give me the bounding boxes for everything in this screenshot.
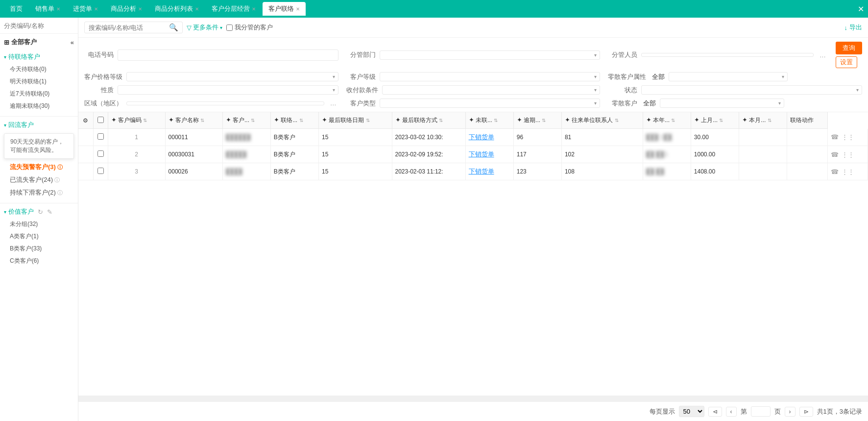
tab-analysis-close[interactable]: ✕ <box>138 6 142 12</box>
sort-icon-code: ⇅ <box>143 118 147 123</box>
sidebar-item-7days[interactable]: 近7天待联络(0) <box>0 88 78 100</box>
row-this-year: 30.00 <box>691 129 739 146</box>
filter-zero-attr-select[interactable]: ▾ <box>669 72 787 81</box>
col-name[interactable]: ✦ 客户名称 ⇅ <box>165 112 222 129</box>
filter-icon: ▽ <box>187 24 192 31</box>
sidebar-item-churn-warning[interactable]: 流失预警客户(3) ⓘ <box>0 161 78 173</box>
filter-person-select[interactable] <box>641 53 814 57</box>
action-more-icon[interactable]: ⋮⋮ <box>842 168 854 175</box>
tab-customer-contact-close[interactable]: ✕ <box>296 6 300 12</box>
refresh-icon[interactable]: ↻ <box>38 208 43 216</box>
chevron-down-icon-zero-attr: ▾ <box>782 74 784 79</box>
col-last-method[interactable]: ✦ 最后联络方式 ⇅ <box>392 112 465 129</box>
col-settings[interactable]: ⚙ <box>78 112 93 129</box>
select-all-checkbox[interactable] <box>97 117 104 123</box>
row-checkbox-cell <box>93 129 108 146</box>
tab-customer-tier[interactable]: 客户分层经营 ✕ <box>206 2 262 16</box>
action-phone-icon[interactable]: ☎ <box>831 133 839 141</box>
row-checkbox-0[interactable] <box>97 133 104 140</box>
sidebar-root[interactable]: ⊞ 全部客户 « <box>0 34 78 50</box>
search-icon-btn[interactable]: 🔍 <box>169 23 178 32</box>
tab-analysis-list[interactable]: 商品分析列表 ✕ <box>149 2 205 16</box>
per-page-select[interactable]: 50 100 200 <box>679 406 704 417</box>
row-num: 3 <box>108 163 165 180</box>
sidebar-item-declining[interactable]: 持续下滑客户(2) ⓘ <box>0 186 78 199</box>
col-last-date[interactable]: ✦ 最后联络日期 ⇅ <box>319 112 392 129</box>
page-first-btn[interactable]: ⊲ <box>708 407 722 417</box>
sidebar-item-ungroup[interactable]: 未分组(32) <box>0 218 78 230</box>
sidebar-group-value-title[interactable]: ▾ 价值客户 ↻ ✎ <box>0 205 78 218</box>
col-contact-count[interactable]: ✦ 联络... ⇅ <box>270 112 318 129</box>
tab-analysis[interactable]: 商品分析 ✕ <box>105 2 148 16</box>
tab-sales-close[interactable]: ✕ <box>56 6 60 12</box>
horizontal-scrollbar[interactable] <box>78 396 868 401</box>
row-last-method[interactable]: 下销货单 <box>465 129 513 146</box>
tab-sales[interactable]: 销售单 ✕ <box>29 2 66 16</box>
row-checkbox-2[interactable] <box>97 168 104 174</box>
tab-home[interactable]: 首页 <box>4 4 28 13</box>
chevron-down-icon-dept: ▾ <box>594 52 597 58</box>
sidebar-item-class-a[interactable]: A类客户(1) <box>0 230 78 243</box>
window-close-button[interactable]: ✕ <box>858 4 864 14</box>
row-checkbox-1[interactable] <box>97 150 104 157</box>
action-phone-icon[interactable]: ☎ <box>831 168 839 175</box>
filter-more-region[interactable]: … <box>328 99 338 107</box>
filter-customer-type-select[interactable]: ▾ <box>380 99 601 108</box>
sidebar-collapse-icon[interactable]: « <box>71 39 74 46</box>
row-name: ██████ <box>222 129 270 146</box>
sidebar-item-class-b[interactable]: B类客户(33) <box>0 243 78 255</box>
settings-button[interactable]: 设置 <box>836 56 857 68</box>
col-type[interactable]: ✦ 客户... ⇅ <box>222 112 270 129</box>
col-last-month[interactable]: ✦ 上月... ⇅ <box>691 112 739 129</box>
query-button[interactable]: 查询 <box>836 42 862 54</box>
sidebar-item-churned[interactable]: 已流失客户(24) ⓘ <box>0 173 78 186</box>
sidebar-item-tomorrow[interactable]: 明天待联络(1) <box>0 75 78 88</box>
col-this-month[interactable]: ✦ 本月... ⇅ <box>739 112 787 129</box>
row-last-method[interactable]: 下销货单 <box>465 146 513 163</box>
sidebar-group-churn-title[interactable]: ▾ 回流客户 <box>0 119 78 131</box>
filter-region-select[interactable] <box>126 101 324 105</box>
sidebar-item-overdue[interactable]: 逾期未联络(30) <box>0 100 78 112</box>
export-button[interactable]: ↓ 导出 <box>844 23 863 32</box>
col-this-year[interactable]: ✦ 本年... ⇅ <box>643 112 691 129</box>
chevron-down-icon-zcustomer: ▾ <box>778 100 781 106</box>
sidebar-group-pending-title[interactable]: ▾ 待联络客户 <box>0 50 78 63</box>
page-label: 第 <box>741 407 747 416</box>
tab-analysis-list-close[interactable]: ✕ <box>195 6 199 12</box>
tab-customer-contact[interactable]: 客户联络 ✕ <box>263 2 306 16</box>
sort-icon-tm: ⇅ <box>768 118 772 123</box>
filter-customer-level-select[interactable]: ▾ <box>380 72 601 81</box>
sidebar-item-class-c[interactable]: C类客户(6) <box>0 255 78 267</box>
row-settings-icon <box>78 163 93 180</box>
col-overdue[interactable]: ✦ 逾期... ⇅ <box>513 112 561 129</box>
row-last-method[interactable]: 下销货单 <box>465 163 513 180</box>
search-input[interactable] <box>89 24 167 31</box>
col-code[interactable]: ✦ 客户编码 ⇅ <box>108 112 165 129</box>
action-phone-icon[interactable]: ☎ <box>831 151 839 158</box>
filter-dept-select[interactable]: ▾ <box>380 50 601 60</box>
tab-purchase-close[interactable]: ✕ <box>94 6 98 12</box>
edit-icon[interactable]: ✎ <box>47 208 52 216</box>
action-more-icon[interactable]: ⋮⋮ <box>842 133 854 141</box>
filter-nature-select[interactable]: ▾ <box>118 85 338 95</box>
sidebar-search-input[interactable] <box>4 22 78 29</box>
filter-more-btn[interactable]: ▽ 更多条件 ▾ <box>187 23 222 32</box>
col-not-contact[interactable]: ✦ 未联... ⇅ <box>465 112 513 129</box>
row-last-month <box>739 129 787 146</box>
tab-customer-tier-close[interactable]: ✕ <box>252 6 256 12</box>
tab-purchase[interactable]: 进货单 ✕ <box>67 2 104 16</box>
page-input[interactable]: 1 <box>751 406 771 417</box>
page-prev-btn[interactable]: ‹ <box>726 407 737 417</box>
page-next-btn[interactable]: › <box>785 407 796 417</box>
filter-status-select[interactable]: ▾ <box>641 85 862 95</box>
col-contact-person[interactable]: ✦ 往来单位联系人 ⇅ <box>561 112 643 129</box>
filter-zero-customer-select[interactable]: ▾ <box>660 99 784 108</box>
filter-payment-select[interactable]: ▾ <box>382 85 601 95</box>
page-last-btn[interactable]: ⊳ <box>799 407 813 417</box>
filter-price-level-select[interactable]: ▾ <box>126 72 338 81</box>
sidebar-item-today[interactable]: 今天待联络(0) <box>0 63 78 75</box>
my-customers-checkbox[interactable] <box>226 25 233 31</box>
filter-phone-input[interactable] <box>118 50 338 61</box>
filter-more-person[interactable]: … <box>818 51 828 59</box>
action-more-icon[interactable]: ⋮⋮ <box>842 151 854 158</box>
